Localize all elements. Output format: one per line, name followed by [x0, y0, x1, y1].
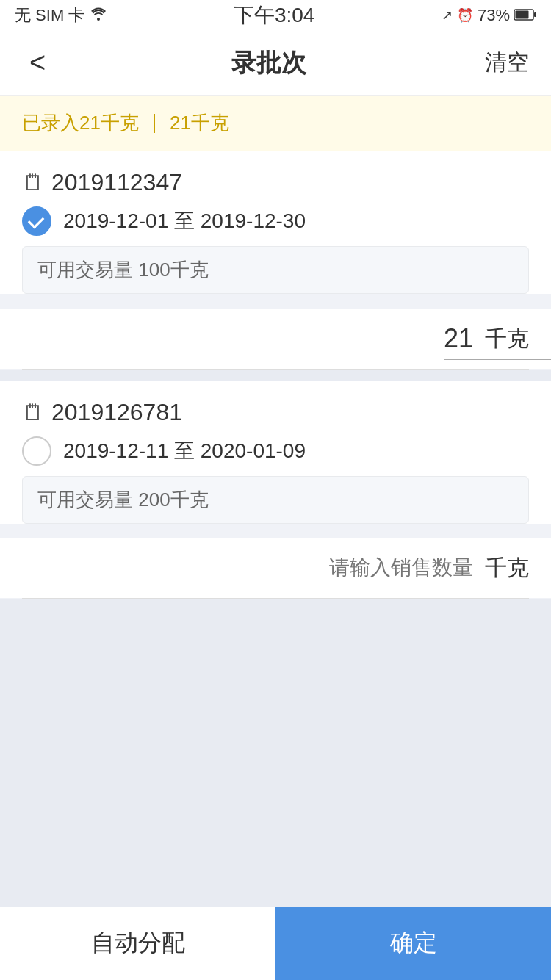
- status-bar: 无 SIM 卡 下午3:04 ↗ ⏰ 73%: [0, 0, 551, 31]
- batch-1-available: 可用交易量 100千克: [22, 246, 529, 294]
- batch-2-header: 🗒 2019126781: [22, 399, 529, 426]
- status-right: ↗ ⏰ 73%: [442, 6, 536, 25]
- batch-1-icon: 🗒: [22, 170, 44, 195]
- alarm-icon: ⏰: [457, 7, 473, 24]
- wifi-icon: [90, 6, 107, 25]
- batch-2-quantity-input[interactable]: [253, 556, 473, 580]
- batch-2-date-row: 2019-12-11 至 2020-01-09: [22, 436, 529, 466]
- batch-2-number: 2019126781: [51, 399, 182, 426]
- page-title: 录批次: [231, 46, 306, 80]
- back-button[interactable]: <: [22, 40, 53, 86]
- summary-recorded: 已录入21千克: [22, 110, 139, 136]
- batch-2-date: 2019-12-11 至 2020-01-09: [63, 437, 306, 465]
- batch-2-unit: 千克: [485, 553, 529, 583]
- batch-1-date: 2019-12-01 至 2019-12-30: [63, 207, 306, 235]
- svg-rect-2: [515, 11, 528, 19]
- battery-icon: [514, 6, 536, 25]
- summary-bar: 已录入21千克 21千克: [0, 96, 551, 151]
- status-left: 无 SIM 卡: [15, 4, 107, 26]
- batch-1-header: 🗒 2019112347: [22, 169, 529, 196]
- confirm-button[interactable]: 确定: [276, 907, 551, 980]
- batch-1-number: 2019112347: [51, 169, 182, 196]
- gray-area: [0, 599, 551, 922]
- auto-distribute-button[interactable]: 自动分配: [0, 907, 276, 980]
- status-time: 下午3:04: [234, 1, 315, 29]
- batch-1-date-row: 2019-12-01 至 2019-12-30: [22, 206, 529, 236]
- location-icon: ↗: [442, 7, 453, 24]
- batch-2-input-row: 千克: [0, 538, 551, 598]
- batch-2-radio[interactable]: [22, 436, 51, 466]
- battery-text: 73%: [478, 6, 510, 25]
- clear-button[interactable]: 清空: [485, 48, 529, 78]
- no-sim-text: 无 SIM 卡: [15, 4, 84, 26]
- batch-1-unit: 千克: [485, 324, 529, 354]
- batch-1-quantity-row: 21 千克: [0, 309, 551, 369]
- nav-bar: < 录批次 清空: [0, 31, 551, 96]
- batch-1-quantity-value: 21: [444, 323, 473, 354]
- summary-divider: [154, 114, 155, 133]
- batch-item-2: 🗒 2019126781 2019-12-11 至 2020-01-09 可用交…: [0, 381, 551, 524]
- batch-2-available: 可用交易量 200千克: [22, 476, 529, 524]
- bottom-bar: 自动分配 确定: [0, 907, 551, 980]
- svg-rect-1: [534, 12, 536, 17]
- batch-item-1: 🗒 2019112347 2019-12-01 至 2019-12-30 可用交…: [0, 151, 551, 294]
- summary-amount: 21千克: [170, 110, 229, 136]
- batch-2-icon: 🗒: [22, 400, 44, 425]
- section-divider: [0, 370, 551, 381]
- batch-1-radio[interactable]: [22, 206, 51, 236]
